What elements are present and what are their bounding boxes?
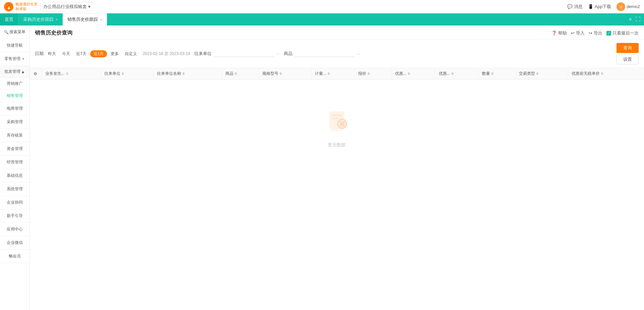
settings-icon: ⚙: [34, 71, 37, 76]
counterparty-dots[interactable]: ···: [276, 51, 280, 56]
settings-btn[interactable]: 设置: [616, 54, 639, 64]
only-last-checkbox[interactable]: ✓: [606, 31, 611, 36]
product-label: 商品: [284, 51, 292, 57]
date-btn-custom[interactable]: 自定义: [122, 50, 139, 57]
help-icon: ❓: [551, 31, 557, 36]
th-product[interactable]: 商品: [222, 68, 259, 80]
tab-purchase-history-close[interactable]: ×: [56, 18, 58, 21]
logo-area: 🔥 畅捷通好生意 标准版: [4, 2, 38, 11]
th-pre-tax-price[interactable]: 优惠前无税单价: [568, 68, 644, 80]
th-settings[interactable]: ⚙: [30, 68, 42, 80]
tab-purchase-history[interactable]: 采购历史价跟踪 ×: [18, 13, 63, 25]
date-btn-more[interactable]: 更多: [108, 50, 121, 57]
sort-icon: [327, 72, 330, 75]
sidebar-item-wechat[interactable]: 企业微信: [0, 236, 29, 250]
close-all-tabs-btn[interactable]: ×: [629, 16, 632, 22]
only-last-checkbox-group[interactable]: ✓ 只看最后一次: [606, 30, 639, 36]
message-btn[interactable]: 💬 消息: [567, 4, 583, 10]
th-price[interactable]: 报价: [355, 68, 392, 80]
export-btn[interactable]: ↪ 导出: [589, 30, 602, 36]
sort-icon: [121, 72, 124, 75]
message-icon: 💬: [567, 4, 573, 9]
sort-icon: [491, 72, 494, 75]
logo-text: 畅捷通好生意 标准版: [15, 2, 38, 11]
sidebar-item-system[interactable]: 系统管理: [0, 183, 29, 196]
export-icon: ↪: [589, 31, 592, 36]
sidebar-item-search[interactable]: 🔍 搜索菜单: [0, 25, 29, 39]
top-bar-left: 🔥 畅捷通好生意 标准版 办公用品行业模拟账套 ▾: [4, 2, 94, 11]
counterparty-label: 往来单位: [194, 51, 212, 57]
user-avatar-btn[interactable]: d demo2: [616, 2, 640, 11]
query-btn[interactable]: 查询: [616, 43, 639, 53]
th-discount1[interactable]: 优惠...: [392, 68, 435, 80]
th-counterparty-code[interactable]: 往来单位: [101, 68, 154, 80]
th-discount2[interactable]: 优惠...: [435, 68, 478, 80]
date-shortcuts: 昨天 今天 近7天 近1月 更多 自定义: [46, 50, 139, 57]
tab-home[interactable]: 首页: [0, 13, 18, 25]
sidebar-item-member[interactable]: 畅会员: [0, 250, 29, 263]
sidebar-item-app-center[interactable]: 应用中心: [0, 223, 29, 236]
sort-icon: [66, 72, 68, 75]
tab-sales-history[interactable]: 销售历史价跟踪 ×: [63, 13, 107, 25]
help-btn[interactable]: ❓ 帮助: [551, 30, 567, 36]
app-selector[interactable]: 办公用品行业模拟账套 ▾: [40, 2, 94, 11]
data-table: ⚙ 业务发生... 往来单位: [30, 68, 644, 80]
th-quantity[interactable]: 数量: [479, 68, 516, 80]
download-icon: 📱: [588, 4, 593, 9]
th-trade-type[interactable]: 交易类型: [515, 68, 568, 80]
sort-icon: [601, 72, 603, 75]
logo-icon: 🔥: [4, 2, 13, 11]
empty-text: 暂无数据: [328, 142, 345, 148]
sidebar-item-quick-nav[interactable]: 快捷导航: [0, 39, 29, 52]
th-unit[interactable]: 计量...: [311, 68, 355, 80]
sidebar-item-enterprise[interactable]: 企业协同: [0, 196, 29, 209]
sidebar-item-finance[interactable]: 资金管理: [0, 142, 29, 156]
date-range-text: 2023-02-18 至 2023-03-18: [143, 51, 190, 57]
sidebar-item-wholesale[interactable]: 批发管理 ▲: [0, 66, 29, 78]
sidebar-item-basic-info[interactable]: 基础信息: [0, 169, 29, 183]
svg-rect-2: [331, 115, 342, 116]
search-icon: 🔍: [4, 30, 9, 35]
product-dots[interactable]: ···: [357, 51, 361, 56]
th-biz-date[interactable]: 业务发生...: [42, 68, 101, 80]
filter-bar: 日期 昨天 今天 近7天 近1月 更多 自定义 2023-02-18 至 202…: [30, 40, 644, 68]
app-download-btn[interactable]: 📱 App下载: [588, 4, 611, 10]
sort-icon: [451, 72, 454, 75]
sort-icon: [182, 72, 185, 75]
date-label: 日期: [35, 51, 44, 57]
table-header: ⚙ 业务发生... 往来单位: [30, 68, 644, 80]
sort-icon: [367, 72, 370, 75]
chevron-down-icon: ▼: [22, 57, 25, 61]
empty-state: 暂无数据: [30, 80, 644, 175]
import-btn[interactable]: ↩ 导入: [571, 30, 585, 36]
sort-icon: [536, 72, 539, 75]
sidebar-item-guide[interactable]: 新手引导: [0, 209, 29, 223]
th-counterparty-name[interactable]: 往来单位名称: [153, 68, 222, 80]
chevron-up-icon: ▲: [21, 69, 25, 74]
sidebar-item-purchase[interactable]: 采购管理: [0, 115, 29, 129]
fullscreen-btn[interactable]: ⛶: [635, 16, 641, 22]
filter-actions: 查询 设置: [616, 43, 639, 64]
sidebar-item-marketing[interactable]: 营销推广: [0, 78, 29, 90]
sidebar-item-inventory[interactable]: 库存核算: [0, 129, 29, 142]
empty-icon: [323, 106, 350, 138]
date-btn-7days[interactable]: 近7天: [74, 50, 89, 57]
table-container: ⚙ 业务发生... 往来单位: [30, 68, 644, 175]
date-btn-yesterday[interactable]: 昨天: [46, 50, 58, 57]
counterparty-input[interactable]: [214, 50, 274, 57]
product-input[interactable]: [294, 50, 355, 57]
date-btn-1month[interactable]: 近1月: [90, 50, 107, 57]
date-filter-group: 日期 昨天 今天 近7天 近1月 更多 自定义 2023-02-18 至 202…: [35, 50, 190, 57]
th-spec[interactable]: 规格型号: [259, 68, 311, 80]
sort-icon: [279, 72, 282, 75]
date-btn-today[interactable]: 今天: [60, 50, 72, 57]
sidebar-item-operations[interactable]: 经营管理: [0, 156, 29, 169]
sidebar-item-sales-mgmt[interactable]: 销售管理: [0, 90, 29, 102]
tab-sales-history-close[interactable]: ×: [100, 18, 102, 21]
page-actions: ❓ 帮助 ↩ 导入 ↪ 导出 ✓ 只看最后一次: [551, 30, 639, 36]
page-header: 销售历史价查询 ❓ 帮助 ↩ 导入 ↪ 导出 ✓: [30, 25, 644, 40]
chevron-down-icon: ▾: [88, 4, 91, 9]
sidebar-item-ecommerce[interactable]: 电商管理: [0, 102, 29, 115]
sidebar-item-retail[interactable]: 零售管理 ▼: [0, 52, 29, 66]
sidebar: 🔍 搜索菜单 快捷导航 零售管理 ▼ 批发管理 ▲ 营销推广 销售管理 电商管理…: [0, 25, 30, 310]
